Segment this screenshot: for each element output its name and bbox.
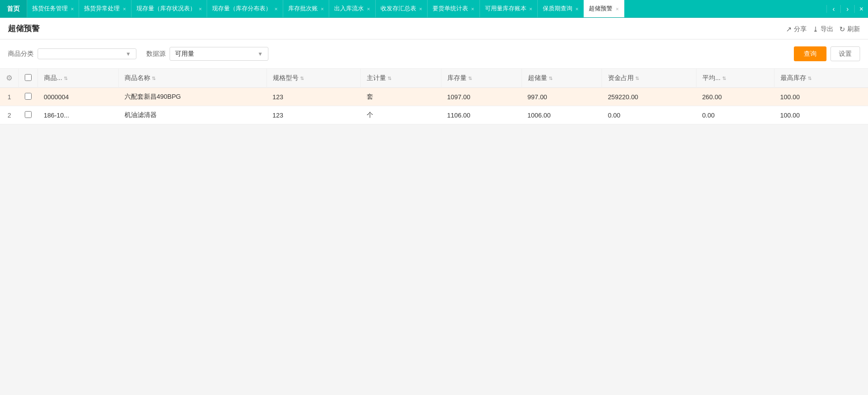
nav-tab-close[interactable]: × <box>367 6 370 12</box>
sort-icon-max-stock: ⇅ <box>808 76 812 81</box>
data-table: ⚙ 商品... ⇅ 商品名称 ⇅ <box>0 69 868 124</box>
nav-tab-label: 拣货任务管理 <box>32 4 68 13</box>
nav-tab-label: 收发存汇总表 <box>381 4 416 13</box>
category-select[interactable]: ▼ <box>38 48 136 59</box>
sort-icon-product-name: ⇅ <box>152 76 156 81</box>
settings-button[interactable]: 设置 <box>830 46 860 61</box>
row-max-stock: 100.00 <box>774 88 868 106</box>
row-checkbox[interactable] <box>25 111 32 118</box>
nav-tab-close[interactable]: × <box>615 6 618 12</box>
share-button[interactable]: ↗ 分享 <box>786 25 807 34</box>
sort-icon-unit: ⇅ <box>388 76 391 81</box>
nav-tab-close[interactable]: × <box>575 6 578 12</box>
th-max-stock[interactable]: 最高库存 ⇅ <box>774 69 868 88</box>
row-capital: 259220.00 <box>602 88 696 106</box>
page-container: 超储预警 ↗ 分享 ⤓ 导出 ↻ 刷新 商品分类 ▼ 数据源 <box>0 18 868 124</box>
gear-icon[interactable]: ⚙ <box>6 74 12 82</box>
nav-tab-label: 要货单统计表 <box>433 4 468 13</box>
refresh-icon: ↻ <box>839 25 845 33</box>
row-avg: 260.00 <box>696 88 774 106</box>
sort-icon-product-code: ⇅ <box>64 76 68 81</box>
nav-tab[interactable]: 要货单统计表× <box>428 0 479 17</box>
nav-tab[interactable]: 拣货任务管理× <box>27 0 79 17</box>
row-spec: 123 <box>266 88 361 106</box>
datasource-label: 数据源 <box>146 49 166 58</box>
th-capital[interactable]: 资金占用 ⇅ <box>602 69 696 88</box>
datasource-select[interactable]: 可用量 ▼ <box>170 47 268 61</box>
row-product-name: 机油滤清器 <box>119 106 266 124</box>
nav-tab[interactable]: 超储预警× <box>584 0 624 17</box>
row-stock: 1106.00 <box>441 106 522 124</box>
table-row: 2 186-10... 机油滤清器 123 个 1106.00 1006.00 … <box>0 106 868 124</box>
th-gear[interactable]: ⚙ <box>0 69 19 88</box>
nav-arrow-right[interactable]: › <box>840 5 854 13</box>
table-wrapper: ⚙ 商品... ⇅ 商品名称 ⇅ <box>0 69 868 124</box>
nav-tab-close[interactable]: × <box>419 6 422 12</box>
th-over-stock[interactable]: 超储量 ⇅ <box>521 69 602 88</box>
header-actions: ↗ 分享 ⤓ 导出 ↻ 刷新 <box>786 25 860 34</box>
nav-tab-label: 可用量库存账本 <box>485 4 526 13</box>
nav-arrow-left[interactable]: ‹ <box>826 5 840 13</box>
export-button[interactable]: ⤓ 导出 <box>813 25 833 34</box>
row-checkbox-cell[interactable] <box>19 106 38 124</box>
row-checkbox-cell[interactable] <box>19 88 38 106</box>
row-max-stock: 100.00 <box>774 106 868 124</box>
nav-home[interactable]: 首页 <box>0 0 27 17</box>
table-header-row: ⚙ 商品... ⇅ 商品名称 ⇅ <box>0 69 868 88</box>
nav-tab-label: 保质期查询 <box>543 4 572 13</box>
refresh-button[interactable]: ↻ 刷新 <box>839 25 860 34</box>
nav-tab-label: 出入库流水 <box>334 4 364 13</box>
export-icon: ⤓ <box>813 25 819 33</box>
nav-tab[interactable]: 拣货异常处理× <box>79 0 131 17</box>
row-product-code: 186-10... <box>38 106 119 124</box>
nav-tab-label: 库存批次账 <box>288 4 318 13</box>
th-stock[interactable]: 库存量 ⇅ <box>441 69 522 88</box>
nav-tab-label: 拣货异常处理 <box>84 4 120 13</box>
nav-tab-close[interactable]: × <box>123 6 126 12</box>
row-over-stock: 1006.00 <box>521 106 602 124</box>
filter-actions: 查询 设置 <box>794 46 860 61</box>
nav-tab-label: 现存量（库存状况表） <box>136 4 196 13</box>
row-product-code: 0000004 <box>38 88 119 106</box>
th-product-code[interactable]: 商品... ⇅ <box>38 69 119 88</box>
th-unit[interactable]: 主计量 ⇅ <box>361 69 441 88</box>
nav-tab[interactable]: 收发存汇总表× <box>376 0 428 17</box>
nav-tab-close[interactable]: × <box>274 6 277 12</box>
row-num: 2 <box>0 106 19 124</box>
sort-icon-avg: ⇅ <box>722 76 726 81</box>
nav-tab-close[interactable]: × <box>71 6 74 12</box>
category-filter-group: 商品分类 ▼ <box>8 48 136 59</box>
table-row: 1 0000004 六配套新昌490BPG 123 套 1097.00 997.… <box>0 88 868 106</box>
nav-tab[interactable]: 保质期查询× <box>538 0 584 17</box>
th-product-name[interactable]: 商品名称 ⇅ <box>119 69 266 88</box>
th-checkbox[interactable] <box>19 69 38 88</box>
nav-tab[interactable]: 库存批次账× <box>283 0 329 17</box>
row-avg: 0.00 <box>696 106 774 124</box>
category-label: 商品分类 <box>8 49 34 58</box>
row-spec: 123 <box>266 106 361 124</box>
nav-tab-close[interactable]: × <box>321 6 324 12</box>
th-avg[interactable]: 平均... ⇅ <box>696 69 774 88</box>
share-icon: ↗ <box>786 25 792 33</box>
nav-tab-close[interactable]: × <box>529 6 532 12</box>
nav-bar: 首页 拣货任务管理×拣货异常处理×现存量（库存状况表）×现存量（库存分布表）×库… <box>0 0 868 18</box>
nav-tab-close[interactable]: × <box>471 6 474 12</box>
nav-tab[interactable]: 出入库流水× <box>329 0 375 17</box>
nav-tab-label: 现存量（库存分布表） <box>212 4 271 13</box>
nav-tab[interactable]: 可用量库存账本× <box>480 0 538 17</box>
row-unit: 个 <box>361 106 441 124</box>
filter-area: 商品分类 ▼ 数据源 可用量 ▼ 查询 设置 <box>0 40 868 69</box>
row-product-name: 六配套新昌490BPG <box>119 88 266 106</box>
th-spec[interactable]: 规格型号 ⇅ <box>266 69 361 88</box>
select-all-checkbox[interactable] <box>25 74 32 81</box>
nav-tab[interactable]: 现存量（库存状况表）× <box>131 0 207 17</box>
page-title: 超储预警 <box>8 24 40 34</box>
row-unit: 套 <box>361 88 441 106</box>
nav-tab-close[interactable]: × <box>199 6 202 12</box>
nav-tab[interactable]: 现存量（库存分布表）× <box>207 0 283 17</box>
query-button[interactable]: 查询 <box>794 46 826 61</box>
nav-arrow-close[interactable]: × <box>854 5 868 13</box>
row-checkbox[interactable] <box>25 93 32 100</box>
sort-icon-over-stock: ⇅ <box>549 76 553 81</box>
datasource-dropdown-icon: ▼ <box>258 51 263 57</box>
